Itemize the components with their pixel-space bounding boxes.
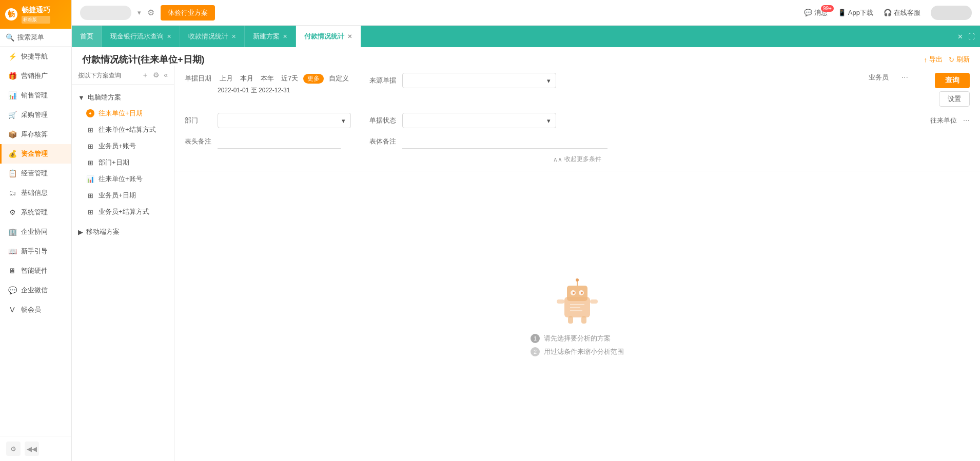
scheme-section-mobile-header[interactable]: ▶ 移动端方案 — [72, 224, 174, 239]
scheme-section-desktop: ▼ 电脑端方案 ● 往来单位+日期 ⊞ 往来单位+结算方式 ⊞ 业务员+账号 — [72, 88, 174, 222]
scheme-item-salesperson-account[interactable]: ⊞ 业务员+账号 — [72, 138, 174, 154]
tab-home[interactable]: 首页 — [72, 26, 102, 47]
sidebar-item-smart[interactable]: 🖥 智能硬件 — [0, 261, 71, 280]
scheme-item-salesperson-date[interactable]: ⊞ 业务员+日期 — [72, 187, 174, 204]
date-btn-this-month[interactable]: 本月 — [238, 73, 256, 84]
sidebar-badge: 标准版 — [22, 16, 50, 24]
content-area: 付款情况统计(往来单位+日期) ↑ 导出 ↻ 刷新 按以下方案查询 ＋ — [72, 47, 980, 461]
scheme-add-button[interactable]: ＋ — [142, 71, 149, 80]
table-body-note-field: 表体备注 — [369, 134, 970, 149]
scheme-chart-icon: 📊 — [86, 175, 94, 183]
capital-icon: 💰 — [8, 149, 17, 158]
sidebar-item-quick-nav[interactable]: ⚡ 快捷导航 — [0, 47, 71, 66]
message-badge: 99+ — [821, 5, 834, 12]
chevron-up-icon: ∧∧ — [553, 156, 562, 163]
scheme-table-icon: ⊞ — [86, 142, 94, 150]
tabs-fullscreen-icon[interactable]: ⛶ — [968, 33, 975, 41]
salesperson-input-trigger[interactable]: ··· — [901, 73, 908, 82]
dept-select[interactable]: ▾ — [218, 113, 351, 128]
tab-bank-flow-label: 现金银行流水查询 — [110, 32, 164, 41]
sidebar-item-label: 销售管理 — [21, 91, 48, 100]
trial-button[interactable]: 体验行业方案 — [161, 5, 215, 21]
doc-status-field: 单据状态 ▾ — [369, 113, 920, 128]
source-doc-field: 来源单据 ▾ — [369, 73, 858, 88]
scheme-item-label: 部门+日期 — [99, 158, 129, 167]
scheme-collapse-button[interactable]: « — [164, 71, 168, 80]
scheme-item-counterpart-date[interactable]: ● 往来单位+日期 — [72, 105, 174, 122]
scheme-item-counterpart-settlement[interactable]: ⊞ 往来单位+结算方式 — [72, 122, 174, 138]
settings-button[interactable]: 设置 — [939, 91, 970, 107]
topbar-gear-icon[interactable]: ⚙ — [147, 8, 154, 17]
scheme-item-salesperson-settlement[interactable]: ⊞ 业务员+结算方式 — [72, 204, 174, 220]
table-head-note-label: 表头备注 — [185, 137, 213, 146]
sidebar-item-inventory[interactable]: 📦 库存核算 — [0, 125, 71, 144]
scheme-section-desktop-header[interactable]: ▼ 电脑端方案 — [72, 90, 174, 105]
app-download-button[interactable]: 📱 App下载 — [838, 8, 873, 17]
sidebar-item-enterprise[interactable]: 🏢 企业协同 — [0, 222, 71, 242]
sidebar-collapse-button[interactable]: ◀◀ — [25, 442, 39, 456]
message-button[interactable]: 💬 消息 99+ — [804, 8, 828, 17]
sidebar-item-member[interactable]: V 畅会员 — [0, 300, 71, 319]
date-btn-this-year[interactable]: 本年 — [259, 73, 276, 84]
tab-bank-flow[interactable]: 现金银行流水查询 ✕ — [102, 26, 180, 47]
topbar-right: 💬 消息 99+ 📱 App下载 🎧 在线客服 — [804, 6, 972, 20]
page-header: 付款情况统计(往来单位+日期) ↑ 导出 ↻ 刷新 — [72, 47, 980, 66]
topbar-chevron-icon[interactable]: ▾ — [138, 9, 141, 16]
counterpart-input-trigger[interactable]: ··· — [963, 116, 970, 125]
step-2-text: 用过滤条件来缩小分析范围 — [544, 347, 624, 356]
tab-bank-flow-close[interactable]: ✕ — [167, 33, 171, 40]
scheme-settings-button[interactable]: ⚙ — [153, 71, 160, 80]
date-btn-more[interactable]: 更多 — [303, 74, 324, 84]
tab-receipt-stats-close[interactable]: ✕ — [231, 33, 236, 40]
topbar-user-info[interactable] — [931, 6, 972, 20]
sidebar-bottom: ⚙ ◀◀ — [0, 436, 71, 461]
sidebar-item-guide[interactable]: 📖 新手引导 — [0, 242, 71, 261]
scheme-item-label: 往来单位+日期 — [99, 109, 143, 118]
scheme-table-icon: ⊞ — [86, 208, 94, 216]
sidebar-item-operations[interactable]: 📋 经营管理 — [0, 164, 71, 183]
table-head-note-field: 表头备注 — [185, 134, 359, 149]
sidebar-gear-button[interactable]: ⚙ — [6, 442, 21, 456]
sidebar-item-wechat[interactable]: 💬 企业微信 — [0, 280, 71, 300]
tab-new-scheme[interactable]: 新建方案 ✕ — [245, 26, 296, 47]
svg-point-7 — [576, 278, 579, 282]
tab-new-scheme-close[interactable]: ✕ — [283, 33, 287, 40]
source-doc-label: 来源单据 — [369, 76, 398, 85]
date-btn-7days[interactable]: 近7天 — [279, 73, 300, 84]
scheme-section-label: 移动端方案 — [86, 227, 120, 236]
user-avatar-placeholder — [80, 6, 131, 20]
date-btn-last-month[interactable]: 上月 — [218, 73, 235, 84]
scheme-item-counterpart-account[interactable]: 📊 往来单位+账号 — [72, 171, 174, 187]
date-btn-custom[interactable]: 自定义 — [327, 73, 351, 84]
svg-rect-1 — [567, 286, 587, 301]
source-doc-select[interactable]: ▾ — [402, 73, 556, 88]
tabs-close-all-icon[interactable]: ✕ — [957, 33, 963, 41]
app-icon: 📱 — [838, 9, 846, 16]
sidebar-item-marketing[interactable]: 🎁 营销推广 — [0, 66, 71, 86]
tab-receipt-stats-label: 收款情况统计 — [188, 32, 228, 41]
doc-status-select[interactable]: ▾ — [402, 113, 556, 128]
robot-svg — [546, 276, 608, 328]
table-body-note-input[interactable] — [402, 134, 607, 149]
sidebar-item-basic-info[interactable]: 🗂 基础信息 — [0, 183, 71, 203]
export-button[interactable]: ↑ 导出 — [924, 55, 943, 64]
sidebar-item-label: 经营管理 — [21, 169, 48, 178]
table-head-note-input[interactable] — [218, 134, 341, 149]
query-button[interactable]: 查询 — [935, 73, 970, 88]
doc-status-chevron: ▾ — [547, 117, 551, 125]
tab-receipt-stats[interactable]: 收款情况统计 ✕ — [180, 26, 245, 47]
service-icon: 🎧 — [884, 9, 892, 16]
smart-icon: 🖥 — [8, 266, 17, 275]
sidebar-item-purchase[interactable]: 🛒 采购管理 — [0, 105, 71, 125]
scheme-item-dept-date[interactable]: ⊞ 部门+日期 — [72, 154, 174, 171]
tab-payment-stats[interactable]: 付款情况统计 ✕ — [296, 26, 361, 47]
filter-form: 单据日期 上月 本月 本年 近7天 更多 自定义 2022 — [174, 66, 980, 171]
online-service-button[interactable]: 🎧 在线客服 — [884, 8, 920, 17]
sidebar-item-system[interactable]: ⚙ 系统管理 — [0, 203, 71, 222]
sidebar-item-sales[interactable]: 📊 销售管理 — [0, 86, 71, 105]
collapse-more-button[interactable]: ∧∧ 收起更多条件 — [553, 155, 601, 164]
tab-payment-stats-close[interactable]: ✕ — [347, 33, 352, 40]
sidebar-item-capital[interactable]: 💰 资金管理 — [0, 144, 71, 164]
sidebar-item-search[interactable]: 🔍 搜索菜单 — [0, 29, 71, 47]
refresh-button[interactable]: ↻ 刷新 — [949, 55, 970, 64]
